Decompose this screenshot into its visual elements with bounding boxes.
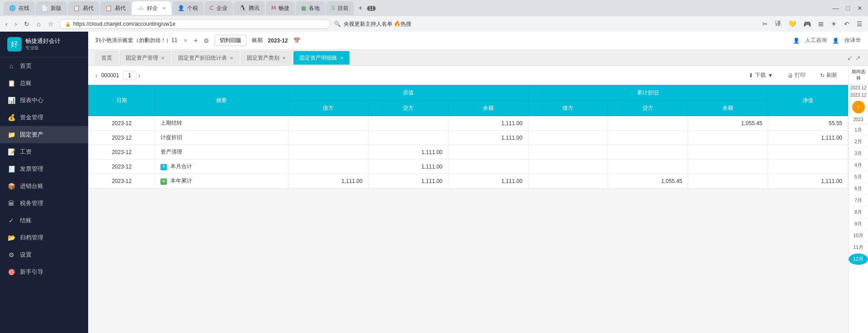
tab-depreciation-stats[interactable]: 固定资产折旧统计表 ✕ [172,51,239,65]
tab-close-cat[interactable]: ✕ [282,56,286,61]
tab-tengxun[interactable]: 🐧 腾讯 [234,1,265,15]
browser-toolbar-actions: ✂ 译 💛 🎮 ⊞ ☀ ↶ ☰ [760,19,864,29]
period-top-button[interactable]: ↑ [852,101,865,113]
refresh-button[interactable]: ↻ 刷新 [816,70,841,81]
cell-acc-credit-4: 1,055.45 [608,174,688,188]
game-icon[interactable]: 🎮 [802,19,813,28]
download-icon: ⬇ [749,72,753,79]
tab-add-button[interactable]: + [355,4,366,12]
url-bar[interactable]: 🔒 https://cloud.chanjet.com/accounting/u… [59,19,330,29]
sidebar-item-purchase-sales[interactable]: 📦 进销台账 [0,178,88,195]
dropdown-icon[interactable]: ▼ [183,38,188,44]
scissors-icon[interactable]: ✂ [760,19,769,28]
brightness-icon[interactable]: ☀ [829,19,839,28]
expand-icon[interactable]: ↗ [855,54,861,61]
tab-zaixian[interactable]: 🌐 在线 [4,1,35,15]
tab-yidai-1[interactable]: 📋 易代 [68,1,99,15]
sidebar-item-salary[interactable]: 📝 工资 [0,143,88,160]
sidebar-item-general-ledger[interactable]: 📋 总账 [0,75,88,92]
user-name[interactable]: 徐译华 [844,37,861,44]
sidebar-item-closing[interactable]: ✓ 结账 [0,212,88,229]
period-month-2[interactable]: 2月 [849,136,868,148]
page-input[interactable] [123,71,137,80]
reports-icon: 📊 [7,97,15,104]
settings-company-icon[interactable]: ⚙ [203,37,209,44]
sidebar-item-fixed-assets[interactable]: 📁 固定资产 [0,126,88,143]
minimize-button[interactable]: — [831,3,841,14]
translate-icon[interactable]: 译 [773,19,783,29]
calendar-icon[interactable]: 📅 [293,38,300,44]
next-page-button[interactable]: › [138,72,141,79]
sidebar-item-invoice[interactable]: 🧾 发票管理 [0,160,88,178]
back-button[interactable]: ‹ [4,19,9,29]
tab-close-detail[interactable]: ✕ [340,56,344,61]
tab-xinban[interactable]: 📄 新版 [36,1,67,15]
tab-asset-category[interactable]: 固定资产类别 ✕ [241,51,292,65]
tab-count: 11 [367,6,376,11]
reload-button[interactable]: ↻ [22,19,31,29]
month-tag-icon: 月 [160,164,167,170]
tab-haoqi[interactable]: ☁️ 好企 ✕ [132,1,171,15]
download-dropdown-icon: ▼ [768,72,773,79]
browser-toolbar: ‹ › ↻ ⌂ ☆ 🔒 https://cloud.chanjet.com/ac… [0,16,868,32]
cell-orig-debit-0 [288,116,368,131]
add-company-icon[interactable]: + [193,37,198,45]
settings-icon: ⚙ [7,251,15,258]
period-month-5[interactable]: 5月 [849,171,868,183]
tab-asset-detail[interactable]: 固定资产明细账 ✕ [293,51,349,65]
capital-icon: 💰 [7,114,15,121]
menu-icon[interactable]: ☰ [855,19,864,28]
sidebar-item-archive[interactable]: 📂 归档管理 [0,229,88,246]
tab-home[interactable]: 首页 [95,51,118,65]
period-month-10[interactable]: 10月 [849,230,868,242]
tab-gedi[interactable]: ▦ 各地 [296,1,325,15]
period-month-3[interactable]: 3月 [849,148,868,159]
period-month-8[interactable]: 8月 [849,206,868,218]
maximize-button[interactable]: □ [844,3,852,14]
undo-icon[interactable]: ↶ [842,19,851,28]
period-month-11[interactable]: 11月 [849,242,868,253]
period-month-6[interactable]: 6月 [849,183,868,195]
prev-page-button[interactable]: ‹ [95,72,98,79]
tab-close-icon[interactable]: ✕ [162,6,166,11]
year-tag-icon: 年 [160,178,167,185]
service-btn[interactable]: 人工咨询 [805,37,827,44]
cell-acc-balance-2 [688,145,768,159]
switch-version-button[interactable]: 切到旧版 [215,35,246,46]
sidebar-item-home[interactable]: ⌂ 首页 [0,57,88,75]
tab-close-dep[interactable]: ✕ [230,56,233,61]
sidebar-item-reports[interactable]: 📊 报表中心 [0,92,88,109]
close-button[interactable]: ✕ [855,3,864,14]
period-month-12[interactable]: 12月 [849,253,868,265]
wallet-icon[interactable]: 💛 [787,19,798,28]
sidebar-item-guide[interactable]: 🎯 新手引导 [0,263,88,281]
home-button[interactable]: ⌂ [35,19,42,29]
sidebar-item-tax[interactable]: 🏛 税务管理 [0,195,88,212]
tab-qiye[interactable]: C 企业 [204,1,233,15]
header-date: 日期 [89,85,155,116]
bookmark-button[interactable]: ☆ [46,19,56,29]
download-button[interactable]: ⬇ 下载 ▼ [745,70,777,81]
period-month-7[interactable]: 7月 [849,195,868,206]
sidebar-item-capital[interactable]: 💰 资金管理 [0,109,88,126]
period-month-4[interactable]: 4月 [849,159,868,171]
cell-orig-credit-1 [368,131,448,145]
print-button[interactable]: 🖨 打印 [784,70,809,81]
header-orig-debit: 借方 [288,101,368,116]
search-bar[interactable]: 🔍 央视更新主持人名单 🔥热搜 [334,20,757,28]
period-month-9[interactable]: 9月 [849,218,868,230]
grid-icon[interactable]: ⊞ [816,19,826,28]
forward-button[interactable]: › [13,19,19,29]
table-toolbar: ‹ 000001 › ⬇ 下载 ▼ 🖨 打印 [88,66,848,85]
tab-geshui[interactable]: 👤 个税 [172,1,203,15]
collapse-icon[interactable]: ↙ [847,54,853,61]
user-avatar-icon: 👤 [832,38,839,44]
tab-yidai-2[interactable]: 📋 易代 [100,1,131,15]
tab-muqian[interactable]: S 目前 [326,1,354,15]
refresh-icon: ↻ [820,72,825,79]
tab-close-fixed-mgmt[interactable]: ✕ [161,56,165,61]
sidebar-item-settings[interactable]: ⚙ 设置 [0,246,88,263]
tab-fixed-assets-mgmt[interactable]: 固定资产管理 ✕ [120,51,170,65]
period-month-1[interactable]: 1月 [849,124,868,136]
tab-changjie[interactable]: Ⅿ 畅捷 [266,1,295,15]
